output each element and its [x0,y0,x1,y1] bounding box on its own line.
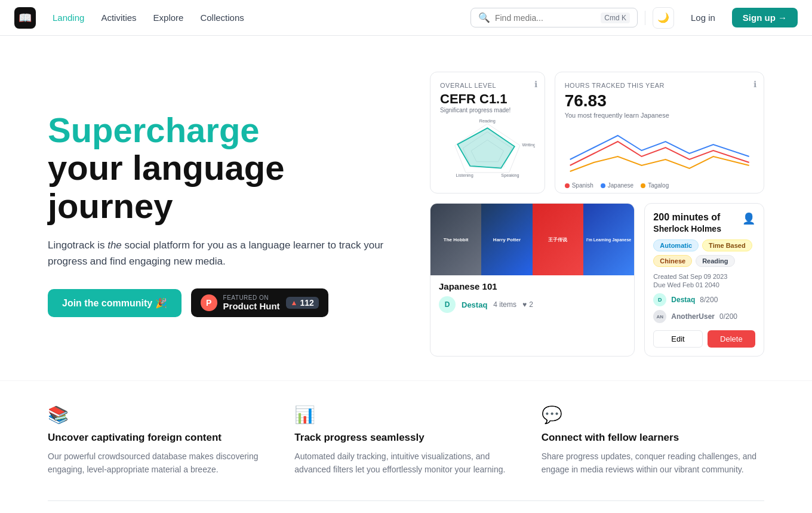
feature-2-title: Track progress seamlessly [294,432,517,444]
navbar: 📖 Landing Activities Explore Collections… [0,0,812,36]
feature-2-desc: Automated daily tracking, intuitive visu… [294,450,517,477]
nav-link-collections[interactable]: Collections [200,13,244,23]
svg-text:Reading: Reading [479,118,496,124]
progress-name-2[interactable]: AnotherUser [671,312,715,321]
product-hunt-badge[interactable]: P FEATURED ON Product Hunt ▲ 112 [191,288,328,317]
hours-label: Hours tracked this year [565,82,754,89]
feature-3-title: Connect with fellow learners [542,432,764,444]
activity-tags: Automatic Time Based Chinese Reading [653,239,755,267]
collection-books: The Hobbit Harry Potter 王子传说 I'm Learnin… [430,204,634,275]
login-button[interactable]: Log in [681,8,725,27]
svg-text:Writing: Writing [522,142,535,148]
progress-val-2: 0/200 [719,312,737,321]
search-input[interactable] [495,13,596,23]
search-bar[interactable]: 🔍 Cmd K [470,8,638,27]
feature-3: 💬 Connect with fellow learners Share pro… [542,405,764,477]
bottom-row: The Hobbit Harry Potter 王子传说 I'm Learnin… [430,203,764,357]
cefr-sublabel: Significant progress made! [440,107,535,113]
radar-chart: Reading Writing Speaking Listening [440,118,535,178]
ph-count: ▲ 112 [286,297,319,309]
legend-spanish: Spanish [565,182,593,189]
hero-text: Supercharge your language journey Lingot… [48,111,406,318]
activity-progress: D Destaq 8/200 AN AnotherUser 0/200 [653,293,755,323]
collection-card: The Hobbit Harry Potter 王子传说 I'm Learnin… [430,203,635,357]
collection-meta: D Destaq 4 items ♥ 2 [439,296,626,313]
search-shortcut: Cmd K [601,13,630,23]
cards-container: OVERALL LEVEL CEFR C1.1 Significant prog… [430,72,764,357]
collection-user-avatar: D [439,296,456,313]
cefr-overall-label: OVERALL LEVEL [440,82,535,89]
collection-user-name[interactable]: Destaq [462,300,487,309]
hours-value: 76.83 [565,91,754,110]
theme-toggle-button[interactable]: 🌙 [653,7,674,29]
feature-1-desc: Our powerful crowdsourced database makes… [48,450,270,477]
activity-created: Created Sat Sep 09 2023 [653,273,755,280]
svg-text:Listening: Listening [456,173,473,178]
nav-right: 🔍 Cmd K 🌙 Log in Sign up → [470,7,798,29]
bottom-divider [48,500,764,501]
stat-cards-row: OVERALL LEVEL CEFR C1.1 Significant prog… [430,72,764,193]
nav-divider [645,11,645,25]
nav-link-landing[interactable]: Landing [53,13,84,23]
logo[interactable]: 📖 [14,7,36,29]
edit-button[interactable]: Edit [653,330,702,348]
feature-1-title: Uncover captivating foreign content [48,432,270,444]
nav-link-explore[interactable]: Explore [153,13,184,23]
svg-text:Speaking: Speaking [501,173,519,178]
book-1: The Hobbit [430,204,481,275]
hero-actions: Join the community 🎉 P FEATURED ON Produ… [48,288,406,317]
hero-title-rest: your language journey [48,148,284,225]
hero-title: Supercharge your language journey [48,111,406,225]
hero-section: Supercharge your language journey Lingot… [0,36,812,380]
activity-minutes: 200 minutes of [653,212,721,223]
book-4: I'm Learning Japanese [583,204,634,275]
progress-user-2: AN AnotherUser 0/200 [653,310,755,323]
delete-button[interactable]: Delete [708,330,755,348]
hours-info-icon: ℹ [753,79,756,89]
progress-name-1[interactable]: Destaq [671,296,695,304]
tag-automatic: Automatic [653,239,699,251]
hero-visuals: OVERALL LEVEL CEFR C1.1 Significant prog… [430,72,764,357]
legend-japanese: Japanese [601,182,633,189]
activity-actions: Edit Delete [653,330,755,348]
cefr-card: OVERALL LEVEL CEFR C1.1 Significant prog… [430,72,545,193]
feature-2: 📊 Track progress seamlessly Automated da… [294,405,517,477]
nav-left: 📖 Landing Activities Explore Collections [14,7,244,29]
chart-legend: Spanish Japanese Tagalog [565,182,754,189]
tag-chinese: Chinese [653,255,692,267]
collection-info: Japanese 101 D Destaq 4 items ♥ 2 [430,275,634,313]
hero-subtitle: Lingotrack is the social platform for yo… [48,237,406,269]
heart-icon: ♥ [522,300,527,309]
collection-items: 4 items [493,300,516,309]
activity-due: Due Wed Feb 01 2040 [653,281,755,288]
features-section: 📚 Uncover captivating foreign content Ou… [0,380,812,500]
progress-avatar-2: AN [653,310,666,323]
line-chart: Spanish Japanese Tagalog [565,124,754,183]
nav-link-activities[interactable]: Activities [101,13,136,23]
logo-icon: 📖 [14,7,36,29]
feature-2-icon: 📊 [294,405,517,425]
cefr-value: CEFR C1.1 [440,91,535,107]
book-3: 王子传说 [533,204,583,275]
tag-reading: Reading [696,255,734,267]
progress-user-1: D Destaq 8/200 [653,293,755,306]
hours-desc: You most frequently learn Japanese [565,112,754,119]
feature-1: 📚 Uncover captivating foreign content Ou… [48,405,270,477]
search-icon: 🔍 [478,12,490,23]
activity-card: 200 minutes of Sherlock Holmes 👤 Automat… [644,203,764,357]
collection-title: Japanese 101 [439,281,626,291]
ph-logo: P [201,294,217,311]
legend-tagalog: Tagalog [641,182,669,189]
collection-likes: ♥ 2 [522,300,533,309]
feature-1-icon: 📚 [48,405,270,425]
signup-button[interactable]: Sign up → [732,8,798,27]
ph-text: FEATURED ON Product Hunt [223,294,280,311]
progress-avatar-1: D [653,293,666,306]
feature-3-icon: 💬 [542,405,764,425]
hero-title-highlight: Supercharge [48,110,260,149]
join-community-button[interactable]: Join the community 🎉 [48,289,182,317]
hours-card: Hours tracked this year 76.83 You most f… [555,72,764,193]
feature-3-desc: Share progress updates, conquer reading … [542,450,764,477]
book-2: Harry Potter [481,204,532,275]
cefr-info-icon: ℹ [534,79,537,89]
